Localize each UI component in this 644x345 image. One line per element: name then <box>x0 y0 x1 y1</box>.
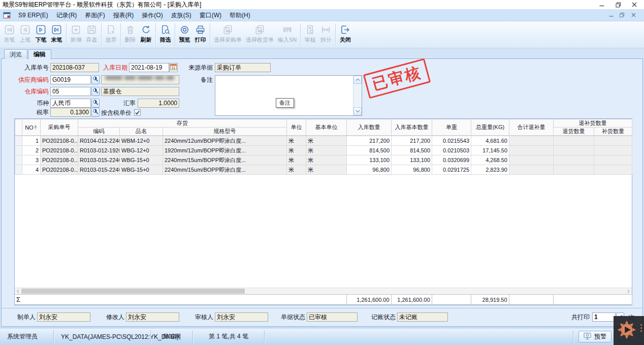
supplier-code-field[interactable]: G0019 <box>50 75 91 84</box>
cell-no[interactable]: 2 <box>22 146 41 155</box>
cell-name[interactable]: WBG-15+0 <box>120 155 163 165</box>
cell-code[interactable]: R0103-015-2240-00 <box>78 155 120 165</box>
save-button[interactable]: 存盘 <box>84 22 100 47</box>
cell-unit[interactable]: 米 <box>287 136 306 146</box>
mdi-close-icon[interactable] <box>630 12 637 18</box>
cell-unit-weight[interactable]: 0.0210503 <box>432 146 471 155</box>
menu-help[interactable]: 帮助(H) <box>226 10 254 20</box>
exchange-rate-field[interactable]: 1.0000 <box>138 99 179 108</box>
tax-rate-field[interactable]: 0.1300 <box>50 108 91 117</box>
row-indicator[interactable] <box>15 155 22 165</box>
cell-no[interactable]: 3 <box>22 155 41 165</box>
table-row[interactable]: 3 PO202108-0... R0103-015-2240-00 WBG-15… <box>15 155 632 165</box>
close-form-button[interactable]: 关闭 <box>337 22 353 47</box>
cell-return-total[interactable] <box>509 165 554 175</box>
cell-return-qty[interactable] <box>554 165 594 175</box>
print-button[interactable]: 打印 <box>192 22 208 47</box>
table-row[interactable]: 2 PO202108-0... R0103-012-1920-00 WBG-12… <box>15 146 632 155</box>
supplier-lookup-button[interactable] <box>91 75 100 84</box>
alert-button[interactable]: 预警 <box>578 331 611 342</box>
currency-field[interactable]: 人民币 <box>50 99 91 108</box>
cell-return-total[interactable] <box>509 136 554 146</box>
warehouse-lookup-button[interactable] <box>91 87 100 96</box>
cell-qty[interactable]: 96,800 <box>347 165 392 175</box>
currency-lookup-button[interactable] <box>91 99 100 108</box>
warehouse-name-field[interactable]: 基膜仓 <box>101 87 179 96</box>
refresh-button[interactable]: 刷新 <box>138 22 154 47</box>
menu-window[interactable]: 窗口(W) <box>196 10 226 20</box>
row-indicator[interactable] <box>15 136 22 146</box>
cell-unit-weight[interactable]: 0.0215543 <box>432 136 471 146</box>
cell-unit[interactable]: 米 <box>287 146 306 155</box>
cell-spec[interactable]: 1920mm/12um/BOPP即涂白度... <box>163 146 287 155</box>
cell-return-qty[interactable] <box>554 146 594 155</box>
recorder-widget[interactable] <box>614 316 644 345</box>
cell-name[interactable]: WBG-15+0 <box>120 165 163 175</box>
remark-scrollbar[interactable] <box>353 76 362 115</box>
scroll-up-icon[interactable] <box>353 76 362 84</box>
cell-po[interactable]: PO202108-0... <box>41 146 78 155</box>
table-row[interactable]: 4 PO202108-0... R0103-015-2240-00 WBG-15… <box>15 165 632 175</box>
scrollbar-thumb[interactable] <box>21 289 245 294</box>
cell-base-unit[interactable]: 米 <box>306 146 347 155</box>
cell-return-total[interactable] <box>509 146 554 155</box>
cell-code[interactable]: R0103-015-2240-00 <box>78 165 120 175</box>
cell-qty[interactable]: 133,100 <box>347 155 392 165</box>
cell-base-unit[interactable]: 米 <box>306 155 347 165</box>
cell-spec[interactable]: 2240mm/15um/BOPP即涂白度... <box>163 165 287 175</box>
remark-textarea[interactable] <box>215 75 362 116</box>
print-count-input[interactable]: 1 <box>592 312 616 322</box>
cell-base-qty[interactable]: 814,500 <box>392 146 432 155</box>
cell-return-total[interactable] <box>509 155 554 165</box>
cell-po[interactable]: PO202108-0... <box>41 136 78 146</box>
prev-record-button[interactable]: 上笔 <box>17 22 33 47</box>
minimize-icon[interactable] <box>596 1 607 8</box>
menu-s9erp[interactable]: S9 ERP(E) <box>14 10 52 20</box>
last-record-button[interactable]: 末笔 <box>49 22 65 47</box>
cell-total-weight[interactable]: 4,268.50 <box>471 155 509 165</box>
select-receipt-note-button[interactable]: 选择收货单 <box>244 22 276 47</box>
audit-button[interactable]: 审核 <box>302 22 318 47</box>
cell-total-weight[interactable]: 4,681.60 <box>471 136 509 146</box>
preview-button[interactable]: 预览 <box>177 22 192 47</box>
tax-rate-lookup-button[interactable] <box>91 108 100 117</box>
restore-icon[interactable] <box>613 1 624 8</box>
cell-code[interactable]: R0103-012-1920-00 <box>78 146 120 155</box>
scroll-right-icon[interactable] <box>625 288 632 294</box>
cell-refill-qty[interactable] <box>594 155 632 165</box>
cell-return-qty[interactable] <box>554 155 594 165</box>
doc-state-field[interactable]: 已审核 <box>307 312 358 322</box>
menu-interface[interactable]: 界面(F) <box>81 10 109 20</box>
cell-spec[interactable]: 2240mm/15um/BOPP即涂白度... <box>163 155 287 165</box>
cell-name[interactable]: WBM-12+0 <box>120 136 163 146</box>
cell-refill-qty[interactable] <box>594 136 632 146</box>
row-indicator[interactable] <box>15 165 22 175</box>
horizontal-scrollbar[interactable] <box>15 288 632 294</box>
source-doc-field[interactable]: 采购订单 <box>215 63 271 72</box>
cell-base-qty[interactable]: 96,800 <box>392 165 432 175</box>
cell-qty[interactable]: 814,500 <box>347 146 392 155</box>
mdi-minimize-icon[interactable] <box>607 12 615 18</box>
cell-base-qty[interactable]: 217,200 <box>392 136 432 146</box>
cell-qty[interactable]: 217,200 <box>347 136 392 146</box>
book-state-field[interactable]: 未记账 <box>397 312 448 322</box>
delete-button[interactable]: 删除 <box>122 22 138 47</box>
menu-report[interactable]: 报表(R) <box>109 10 138 20</box>
cell-po[interactable]: PO202108-0... <box>41 155 78 165</box>
tax-included-checkbox[interactable] <box>134 109 141 116</box>
split-button[interactable]: 拆分 <box>318 22 334 47</box>
creator-field[interactable]: 刘永安 <box>37 312 90 322</box>
cell-base-qty[interactable]: 133,100 <box>392 155 432 165</box>
auditor-field[interactable]: 刘永安 <box>215 312 268 322</box>
menu-skin[interactable]: 皮肤(S) <box>167 10 196 20</box>
menu-operate[interactable]: 操作(O) <box>138 10 167 20</box>
cell-unit-weight[interactable]: 0.0320699 <box>432 155 471 165</box>
cell-base-unit[interactable]: 米 <box>306 136 347 146</box>
cell-base-unit[interactable]: 米 <box>306 165 347 175</box>
table-row[interactable]: 1 PO202108-0... R0104-012-2240-00 WBM-12… <box>15 136 632 146</box>
warehouse-code-field[interactable]: 05 <box>50 87 91 96</box>
cell-spec[interactable]: 2240mm/12um/BOPP即涂白度... <box>163 136 287 146</box>
discard-button[interactable]: 放弃 <box>103 22 119 47</box>
supplier-name-field-redacted[interactable] <box>101 75 179 84</box>
filter-button[interactable]: 筛选 <box>157 22 173 47</box>
